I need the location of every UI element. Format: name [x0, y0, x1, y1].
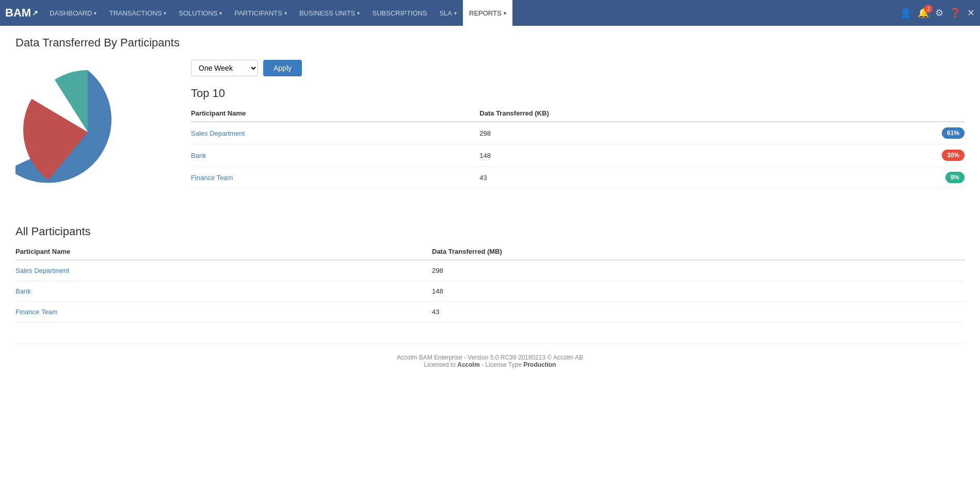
notifications-icon[interactable]: 🔔 2 [918, 7, 929, 19]
brand-icon: ↗ [32, 9, 38, 17]
chevron-down-icon: ▾ [357, 10, 360, 16]
top10-section: One Week One Month One Year Apply Top 10… [191, 60, 965, 189]
footer-line2: Licensed to Accolm - License Type Produc… [26, 361, 954, 368]
brand-text: BAM [5, 6, 31, 20]
pct-badge: 9% [945, 172, 965, 183]
participant-link[interactable]: Finance Team [15, 308, 57, 316]
table-row: Bank 148 [15, 281, 965, 302]
data-value: 148 [479, 144, 845, 167]
nav-sla[interactable]: SLA▾ [433, 0, 463, 26]
filter-row: One Week One Month One Year Apply [191, 60, 965, 76]
data-value: 43 [432, 302, 965, 322]
all-col-data: Data Transferred (MB) [432, 243, 965, 260]
nav-items: DASHBOARD▾ TRANSACTIONS▾ SOLUTIONS▾ PART… [43, 0, 900, 26]
table-row: Sales Department 298 61% [191, 122, 965, 144]
chevron-down-icon: ▾ [284, 10, 287, 16]
top10-col-data: Data Transferred (KB) [479, 105, 845, 122]
table-row: Finance Team 43 [15, 302, 965, 322]
footer: Accolm BAM Enterprise - Version 5.0 RC39… [15, 343, 965, 379]
period-select[interactable]: One Week One Month One Year [191, 60, 258, 76]
settings-icon[interactable]: ⚙ [935, 7, 943, 19]
chevron-down-icon: ▾ [219, 10, 222, 16]
pct-cell: 61% [845, 122, 965, 144]
nav-right-icons: 👤 🔔 2 ⚙ ❓ ✕ [900, 7, 975, 19]
nav-solutions[interactable]: SOLUTIONS▾ [172, 0, 228, 26]
table-row: Finance Team 43 9% [191, 167, 965, 189]
main-content: Data Transferred By Participants [0, 26, 980, 488]
data-value: 298 [479, 122, 845, 144]
nav-subscriptions[interactable]: SUBSCRIPTIONS [366, 0, 433, 26]
nav-dashboard[interactable]: DASHBOARD▾ [43, 0, 103, 26]
participant-link[interactable]: Bank [191, 152, 206, 159]
participant-link[interactable]: Finance Team [191, 174, 233, 182]
top10-col-participant: Participant Name [191, 105, 479, 122]
close-icon[interactable]: ✕ [967, 7, 975, 19]
navbar: BAM↗ DASHBOARD▾ TRANSACTIONS▾ SOLUTIONS▾… [0, 0, 980, 26]
table-row: Sales Department 298 [15, 260, 965, 281]
pct-cell: 30% [845, 144, 965, 167]
data-value: 43 [479, 167, 845, 189]
top10-heading: Top 10 [191, 87, 965, 100]
help-icon[interactable]: ❓ [950, 7, 961, 19]
footer-brand: Accolm [457, 361, 479, 368]
brand-logo[interactable]: BAM↗ [5, 6, 38, 20]
apply-button[interactable]: Apply [263, 60, 302, 76]
pct-cell: 9% [845, 167, 965, 189]
participant-link[interactable]: Bank [15, 287, 31, 295]
pct-badge: 30% [942, 150, 965, 161]
all-participants-section: All Participants Participant Name Data T… [15, 225, 965, 322]
footer-line1: Accolm BAM Enterprise - Version 5.0 RC39… [26, 354, 954, 361]
all-participants-table: Participant Name Data Transferred (MB) S… [15, 243, 965, 322]
chevron-down-icon: ▾ [504, 10, 506, 16]
footer-license-type: Production [523, 361, 556, 368]
participant-link[interactable]: Sales Department [15, 267, 69, 274]
page-title: Data Transferred By Participants [15, 36, 965, 50]
nav-business-units[interactable]: BUSINESS UNITS▾ [293, 0, 366, 26]
data-value: 298 [432, 260, 965, 281]
nav-reports[interactable]: REPORTS▾ [463, 0, 512, 26]
chart-section: One Week One Month One Year Apply Top 10… [15, 60, 965, 204]
nav-transactions[interactable]: TRANSACTIONS▾ [103, 0, 172, 26]
top10-table: Participant Name Data Transferred (KB) S… [191, 105, 965, 189]
data-value: 148 [432, 281, 965, 302]
notification-badge: 2 [924, 5, 933, 13]
pct-badge: 61% [942, 127, 965, 139]
all-participants-heading: All Participants [15, 225, 965, 238]
pie-chart [15, 60, 160, 204]
participant-link[interactable]: Sales Department [191, 129, 245, 137]
table-row: Bank 148 30% [191, 144, 965, 167]
chevron-down-icon: ▾ [454, 10, 457, 16]
user-icon[interactable]: 👤 [900, 7, 911, 19]
nav-participants[interactable]: PARTICIPANTS▾ [228, 0, 293, 26]
chevron-down-icon: ▾ [164, 10, 166, 16]
all-col-participant: Participant Name [15, 243, 432, 260]
chevron-down-icon: ▾ [94, 10, 97, 16]
